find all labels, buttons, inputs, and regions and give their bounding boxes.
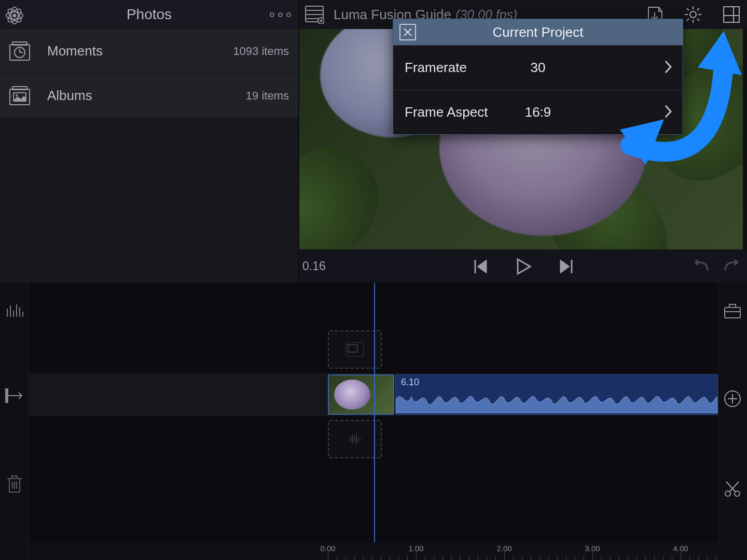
- modal-row-label: Frame Aspect: [405, 104, 488, 120]
- timeline-panel: 6.10 0.00 1.00 2.00 3.00 4.00: [0, 283, 747, 560]
- add-media-icon[interactable]: [305, 5, 324, 24]
- insert-clip-icon[interactable]: [5, 386, 24, 405]
- play-icon[interactable]: [515, 258, 532, 275]
- svg-line-29: [687, 19, 689, 21]
- audio-mixer-icon[interactable]: [5, 301, 24, 320]
- svg-rect-47: [729, 304, 736, 307]
- ruler-label: 3.00: [585, 544, 600, 553]
- sidebar-item-label: Albums: [47, 88, 92, 104]
- timeline-right-toolbar: [718, 283, 747, 560]
- modal-row-frame-aspect[interactable]: Frame Aspect 16:9: [393, 90, 683, 134]
- timeline-tracks[interactable]: 6.10 0.00 1.00 2.00 3.00 4.00: [29, 283, 718, 560]
- svg-rect-6: [12, 42, 27, 45]
- ruler-label: 1.00: [408, 544, 423, 553]
- timeline-left-toolbar: [0, 283, 29, 560]
- sidebar-item-label: Moments: [47, 43, 103, 59]
- modal-close-button[interactable]: [399, 24, 416, 40]
- moments-icon: [9, 41, 30, 61]
- sidebar-header: Photos: [0, 0, 298, 29]
- photos-app-icon: [5, 6, 24, 25]
- svg-line-27: [697, 19, 699, 21]
- audio-clip[interactable]: 6.10: [395, 374, 718, 415]
- photos-sidebar: Photos Moments 1093 items Albums 19 item…: [0, 0, 298, 283]
- svg-rect-57: [348, 345, 357, 352]
- layout-icon[interactable]: [722, 5, 741, 24]
- sidebar-item-moments[interactable]: Moments 1093 items: [0, 29, 298, 74]
- skip-forward-icon[interactable]: [558, 258, 576, 275]
- redo-icon[interactable]: [722, 259, 741, 274]
- svg-rect-39: [5, 388, 8, 403]
- modal-row-value: 30: [531, 60, 546, 76]
- timeline-playhead[interactable]: [374, 283, 375, 560]
- svg-point-13: [16, 94, 18, 96]
- svg-rect-10: [10, 89, 30, 105]
- preview-timecode: 0.16: [302, 259, 326, 273]
- svg-point-4: [13, 14, 16, 17]
- transport-bar: 0.16: [299, 250, 747, 283]
- video-clip[interactable]: [328, 374, 394, 415]
- sidebar-item-count: 1093 items: [233, 45, 289, 58]
- timeline-ruler[interactable]: 0.00 1.00 2.00 3.00 4.00: [29, 542, 718, 560]
- chevron-right-icon: [664, 104, 672, 121]
- sidebar-item-albums[interactable]: Albums 19 items: [0, 74, 298, 118]
- modal-row-framerate[interactable]: Framerate 30: [393, 45, 683, 90]
- svg-line-28: [697, 8, 699, 10]
- toolbox-icon[interactable]: [723, 301, 742, 320]
- modal-row-value: 16:9: [525, 104, 551, 120]
- svg-rect-11: [12, 87, 27, 90]
- svg-rect-30: [724, 7, 739, 22]
- settings-gear-icon[interactable]: [684, 5, 702, 24]
- scissors-icon[interactable]: [723, 480, 742, 498]
- albums-icon: [9, 86, 30, 106]
- add-track-icon[interactable]: [723, 389, 742, 408]
- ruler-label: 0.00: [320, 544, 335, 553]
- svg-rect-45: [12, 476, 17, 479]
- current-project-modal: Current Project Framerate 30 Frame Aspec…: [393, 19, 683, 135]
- modal-row-label: Framerate: [405, 60, 467, 76]
- trash-icon[interactable]: [5, 474, 24, 493]
- sidebar-item-count: 19 items: [246, 89, 289, 103]
- modal-header: Current Project: [393, 19, 683, 45]
- more-options-icon[interactable]: [270, 12, 291, 17]
- ruler-label: 2.00: [496, 544, 511, 553]
- chevron-right-icon: [664, 60, 672, 76]
- svg-rect-46: [725, 307, 740, 318]
- undo-icon[interactable]: [692, 259, 711, 274]
- svg-line-26: [687, 8, 689, 10]
- sidebar-title: Photos: [0, 6, 298, 23]
- modal-title: Current Project: [393, 24, 683, 40]
- ruler-label: 4.00: [673, 544, 688, 553]
- svg-point-21: [690, 11, 696, 18]
- skip-back-icon[interactable]: [471, 258, 489, 275]
